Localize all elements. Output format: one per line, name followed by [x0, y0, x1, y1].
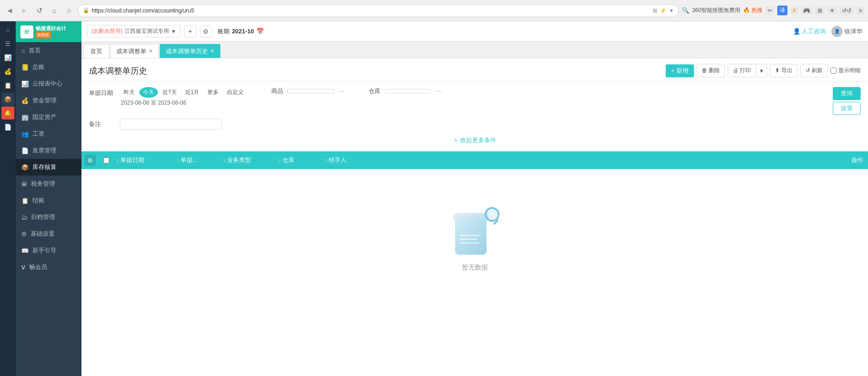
sidebar-item-tax[interactable]: 🏛 税务管理 — [16, 175, 81, 192]
sidebar-item-label: 云报表中心 — [32, 80, 62, 88]
th-date[interactable]: ↕ 单据日期 — [113, 156, 173, 164]
company-name: 江西服宝测试专用 — [125, 27, 169, 35]
sidebar-item-reports[interactable]: 📊 云报表中心 — [16, 75, 81, 92]
icon-bar-item-list[interactable]: ☰ — [1, 37, 14, 50]
warehouse-more-icon[interactable]: ··· — [435, 87, 441, 95]
tab-cost-adjust-history[interactable]: 成本调整单历史 ✕ — [160, 44, 220, 58]
translate-tool[interactable]: 译 — [777, 6, 787, 15]
sidebar-item-label: 库存核算 — [32, 163, 56, 171]
date-btn-more[interactable]: 更多 — [204, 87, 222, 98]
sidebar-item-home[interactable]: ⌂ 首页 — [16, 42, 81, 59]
query-actions: 查询 设置 — [833, 87, 861, 115]
undo-tool[interactable]: ↺↺ — [840, 6, 854, 15]
th-operator-label: 经手人 — [329, 156, 347, 164]
browser-forward-btn[interactable]: ▶ — [19, 5, 31, 17]
tab-home[interactable]: 首页 — [83, 44, 109, 58]
th-operator[interactable]: ↕ 经手人 — [321, 156, 377, 164]
icon-bar-item-money[interactable]: 💰 — [1, 65, 14, 78]
browser-back-btn[interactable]: ◀ — [4, 5, 16, 17]
browser-search-area: 🔍 360智能抠图免费用 🔥 热搜 ✂ 译 ¥ 🎮 ⊞ ☀ ↺↺ ≡ — [682, 6, 864, 15]
user-service[interactable]: 👤 人工咨询 — [793, 27, 826, 36]
collapse-btn[interactable]: ∧ 收起更多条件 — [453, 136, 496, 144]
company-settings-btn[interactable]: ⚙ — [200, 25, 212, 38]
tab-history-close[interactable]: ✕ — [210, 48, 214, 54]
sidebar-item-guide[interactable]: 📖 新手引导 — [16, 242, 81, 259]
sidebar-item-closing[interactable]: 📋 结账 — [16, 192, 81, 209]
sidebar-item-invoice[interactable]: 📄 发票管理 — [16, 142, 81, 159]
browser-refresh-btn[interactable]: ↺ — [33, 5, 45, 17]
browser-star-btn[interactable]: ☆ — [63, 5, 75, 17]
select-all-checkbox[interactable] — [103, 157, 109, 163]
icon-bar-item-home[interactable]: ⌂ — [1, 23, 14, 36]
icon-bar-item-chart[interactable]: 📊 — [1, 51, 14, 64]
gold-tool[interactable]: ¥ — [790, 6, 798, 15]
date-btn-today[interactable]: 今天 — [139, 87, 158, 98]
calendar-icon[interactable]: 📅 — [256, 28, 264, 35]
delete-btn[interactable]: 🗑 删除 — [697, 64, 725, 77]
url-bar[interactable]: 🔒 https://cloud.chanjet.com/accounting/u… — [78, 4, 679, 17]
date-btn-1month[interactable]: 近1月 — [181, 87, 203, 98]
add-company-btn[interactable]: + — [184, 25, 196, 38]
sidebar-item-assets[interactable]: 🏢 固定资产 — [16, 109, 81, 125]
hot-search-label[interactable]: 🔥 热搜 — [743, 6, 762, 14]
print-btn-group: 🖨 打印 ▼ — [728, 64, 767, 77]
icon-bar-item-red[interactable]: 🔔 — [1, 107, 14, 119]
sidebar-item-ledger[interactable]: 📒 总账 — [16, 59, 81, 75]
notes-input[interactable] — [120, 119, 222, 130]
user-name: 徐泽华 — [844, 27, 862, 36]
icon-bar: ⌂ ☰ 📊 💰 📋 📦 🔔 📄 — [0, 21, 16, 376]
sidebar-item-label: 畅会员 — [29, 263, 47, 271]
settings-btn[interactable]: 设置 — [833, 102, 861, 115]
th-type[interactable]: ↕ 业务类型 — [219, 156, 275, 164]
print-dropdown-btn[interactable]: ▼ — [756, 66, 767, 76]
date-btns-row: 昨天 今天 近7天 近1月 更多 自定义 — [120, 87, 247, 98]
date-filter-label: 单据日期 — [89, 87, 114, 97]
th-warehouse[interactable]: ↕ 仓库 — [275, 156, 321, 164]
filter-row-date: 单据日期 昨天 今天 近7天 近1月 更多 自定义 2023-06-06 至 2… — [89, 87, 861, 115]
game-tool[interactable]: 🎮 — [801, 6, 812, 15]
print-btn[interactable]: 🖨 打印 — [728, 64, 756, 77]
menu-tool[interactable]: ≡ — [856, 6, 864, 15]
sun-tool[interactable]: ☀ — [827, 6, 837, 15]
refresh-btn[interactable]: ↺ 刷新 — [800, 64, 828, 77]
icon-bar-item-invoice[interactable]: 📄 — [1, 120, 14, 133]
company-selector[interactable]: (勿删勿禁用) 江西服宝测试专用 ▼ — [87, 25, 181, 38]
th-warehouse-label: 仓库 — [282, 156, 294, 164]
date-btn-custom[interactable]: 自定义 — [223, 87, 247, 98]
filter-row-notes: 备注 — [89, 119, 861, 130]
sidebar-item-archive[interactable]: 🗂 归档管理 — [16, 209, 81, 226]
icon-bar-item-doc[interactable]: 📋 — [1, 79, 14, 92]
cut-tool[interactable]: ✂ — [765, 6, 774, 15]
ai-search-label[interactable]: 360智能抠图免费用 — [692, 6, 740, 14]
th-num[interactable]: ↕ 单据... — [173, 156, 219, 164]
sidebar-item-payroll[interactable]: 👥 工资 — [16, 125, 81, 142]
warehouse-dropdown[interactable] — [384, 89, 431, 94]
sidebar-item-inventory[interactable]: 📦 库存核算 — [16, 159, 81, 175]
goods-dropdown[interactable] — [287, 89, 334, 94]
goods-more-icon[interactable]: ··· — [338, 87, 344, 95]
show-cols-checkbox[interactable]: 显示明细 — [831, 67, 861, 75]
archive-icon: 🗂 — [21, 214, 27, 221]
tab-cost-adjust[interactable]: 成本调整单 ✕ — [110, 44, 159, 58]
show-cols-input[interactable] — [831, 68, 837, 74]
warehouse-filter: 仓库 ··· — [368, 87, 441, 95]
export-btn[interactable]: ⬆ 导出 — [770, 64, 797, 77]
tab-cost-adjust-close[interactable]: ✕ — [149, 48, 153, 54]
sidebar-item-settings[interactable]: ⚙ 基础设置 — [16, 226, 81, 242]
lightning-icon: ⚡ — [660, 7, 667, 14]
new-btn[interactable]: + 新增 — [666, 64, 694, 77]
date-btn-yesterday[interactable]: 昨天 — [120, 87, 138, 98]
user-info[interactable]: 👤 徐泽华 — [831, 26, 862, 37]
grid-tool[interactable]: ⊞ — [815, 6, 824, 15]
collapse-section: ∧ 收起更多条件 — [89, 133, 861, 145]
icon-bar-item-active[interactable]: 📦 — [1, 93, 14, 106]
th-date-label: 单据日期 — [120, 156, 144, 164]
browser-home-btn[interactable]: ⌂ — [48, 5, 60, 17]
date-btn-7days[interactable]: 近7天 — [159, 87, 181, 98]
service-label: 人工咨询 — [802, 27, 826, 36]
sidebar-item-funds[interactable]: 💰 资金管理 — [16, 92, 81, 109]
sidebar-item-label: 首页 — [29, 46, 41, 55]
gear-icon[interactable]: ⚙ — [85, 155, 96, 166]
sidebar-item-vip[interactable]: V 畅会员 — [16, 259, 81, 276]
query-btn[interactable]: 查询 — [833, 87, 861, 100]
